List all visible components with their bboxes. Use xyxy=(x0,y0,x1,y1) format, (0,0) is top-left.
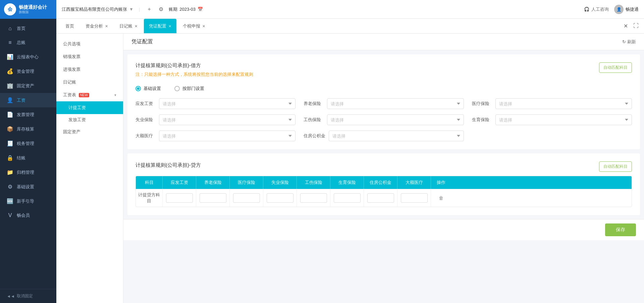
sidebar-item-ledger[interactable]: ≡ 总账 xyxy=(0,36,56,50)
sidebar-item-settings-label: 基础设置 xyxy=(17,184,34,190)
close-tab-icon[interactable]: ✕ xyxy=(622,21,629,31)
section2-title: 计提核算规则(公司承担)-贷方 xyxy=(136,162,201,168)
cell-injury xyxy=(297,189,330,207)
select-salary[interactable]: 请选择 xyxy=(159,98,296,109)
user-menu[interactable]: 👤 畅捷通 xyxy=(614,5,639,14)
tab-tax-close[interactable]: ✕ xyxy=(202,24,205,29)
left-menu-fixed-asset-label: 固定资产 xyxy=(63,129,80,135)
left-menu-salary-table-label: 工资表 NEW xyxy=(63,92,89,98)
sidebar-item-close[interactable]: 🔒 结账 xyxy=(0,151,56,165)
left-panel: 公共选项 销项发票 进项发票 日记账 工资表 NEW ▾ 计提工资 发放工资 xyxy=(56,34,123,303)
tab-journal[interactable]: 日记账 ✕ xyxy=(114,19,143,33)
select-maternity[interactable]: 请选择 xyxy=(495,114,632,125)
left-menu-fixed-asset[interactable]: 固定资产 xyxy=(56,125,123,138)
left-menu-accrual[interactable]: 计提工资 xyxy=(56,101,123,114)
input-credit-maternity[interactable] xyxy=(334,193,361,203)
left-menu-salary-table[interactable]: 工资表 NEW ▾ xyxy=(56,89,123,101)
select-housing[interactable]: 请选择 xyxy=(329,131,464,141)
period-value: 2023-03 xyxy=(179,7,196,12)
left-menu-journal-label: 日记账 xyxy=(63,79,76,85)
topbar-divider1: | xyxy=(139,7,140,12)
label-injury: 工伤保险 xyxy=(304,117,324,123)
cell-pension xyxy=(196,189,230,207)
input-credit-pension[interactable] xyxy=(200,193,226,203)
logo-icon: 会 xyxy=(4,3,16,15)
input-credit-injury[interactable] xyxy=(300,193,327,203)
sidebar-item-asset[interactable]: 🏢 固定资产 xyxy=(0,79,56,93)
auto-match-debit-button[interactable]: 自动匹配科目 xyxy=(599,62,632,73)
select-injury[interactable]: 请选择 xyxy=(327,114,464,125)
delete-row-button[interactable]: 🗑 xyxy=(439,195,443,201)
service-button[interactable]: 🎧 人工咨询 xyxy=(584,6,609,12)
cell-extra-medical xyxy=(397,189,431,207)
select-pension[interactable]: 请选择 xyxy=(327,98,464,109)
sidebar-item-tax[interactable]: 🧾 税务管理 xyxy=(0,136,56,151)
sidebar-item-fund[interactable]: 💰 资金管理 xyxy=(0,64,56,79)
input-credit-salary[interactable] xyxy=(166,193,193,203)
select-medical[interactable]: 请选择 xyxy=(495,98,632,109)
left-menu-journal[interactable]: 日记账 xyxy=(56,76,123,89)
tax-icon: 🧾 xyxy=(7,140,13,147)
radio-basic[interactable]: 基础设置 xyxy=(136,86,161,92)
sidebar-item-asset-label: 固定资产 xyxy=(17,83,34,89)
sidebar-item-vip[interactable]: V 畅会员 xyxy=(0,208,56,222)
sidebar-item-tax-label: 税务管理 xyxy=(17,141,34,147)
th-unemployment: 失业保险 xyxy=(263,176,297,189)
section1-note: 注：只能选择一种方式，系统将按照您当前的选择来配置规则 xyxy=(136,71,253,78)
tab-journal-close[interactable]: ✕ xyxy=(135,24,138,29)
refresh-button[interactable]: ↻ 刷新 xyxy=(622,39,636,45)
tab-fund-close[interactable]: ✕ xyxy=(105,24,108,29)
th-pension: 养老保险 xyxy=(196,176,230,189)
input-credit-medical[interactable] xyxy=(233,193,260,203)
label-housing: 住房公积金 xyxy=(304,133,325,139)
input-credit-housing[interactable] xyxy=(367,193,394,203)
tab-voucher[interactable]: 凭证配置 ✕ xyxy=(144,19,176,33)
left-menu-payment[interactable]: 发放工资 xyxy=(56,114,123,125)
right-content: 凭证配置 ↻ 刷新 计提核算规则(公司承担)-借方 注：只能选择一种方式，系统将… xyxy=(123,34,644,303)
tab-home[interactable]: 首页 xyxy=(60,19,79,33)
radio-group: 基础设置 按部门设置 xyxy=(136,86,632,92)
tab-voucher-close[interactable]: ✕ xyxy=(168,24,171,29)
left-menu-public-label: 公共选项 xyxy=(63,41,80,47)
invoice-icon: 📄 xyxy=(7,111,13,118)
left-menu-public[interactable]: 公共选项 xyxy=(56,38,123,50)
radio-department-label: 按部门设置 xyxy=(182,86,204,92)
expand-tab-icon[interactable]: ⛶ xyxy=(632,21,640,31)
inventory-icon: 📦 xyxy=(7,126,13,132)
company-selector[interactable]: 江西服宝精品有限责任公司内账张 ▼ xyxy=(62,6,133,12)
calendar-icon[interactable]: 📅 xyxy=(198,7,203,12)
add-tab-button[interactable]: ＋ xyxy=(145,4,153,14)
settings-icon: ⚙ xyxy=(7,184,13,190)
sidebar-item-archive[interactable]: 📁 归档管理 xyxy=(0,165,56,180)
section1-title: 计提核算规则(公司承担)-借方 xyxy=(136,62,253,69)
left-menu-purchase-invoice-label: 进项发票 xyxy=(63,66,80,72)
section-debit: 计提核算规则(公司承担)-借方 注：只能选择一种方式，系统将按照您当前的选择来配… xyxy=(127,54,640,149)
tab-fund[interactable]: 资金分析 ✕ xyxy=(80,19,113,33)
sidebar-item-archive-label: 归档管理 xyxy=(17,169,34,175)
sidebar-item-guide[interactable]: 🆕 新手引导 xyxy=(0,194,56,208)
select-unemployment[interactable]: 请选择 xyxy=(159,114,296,125)
sidebar-pin[interactable]: ◄◄ 取消固定 xyxy=(0,289,56,303)
page-header: 凭证配置 ↻ 刷新 xyxy=(123,34,644,50)
tabbar-actions: ✕ ⛶ xyxy=(622,21,640,31)
sidebar-item-inventory[interactable]: 📦 库存核算 xyxy=(0,122,56,136)
left-menu-purchase-invoice[interactable]: 进项发票 xyxy=(56,63,123,76)
tab-fund-label: 资金分析 xyxy=(86,23,103,29)
report-icon: 📊 xyxy=(7,54,13,60)
sidebar-item-report[interactable]: 📊 云报表中心 xyxy=(0,50,56,64)
sidebar-item-invoice[interactable]: 📄 发票管理 xyxy=(0,107,56,122)
left-menu-sales-invoice[interactable]: 销项发票 xyxy=(56,50,123,63)
radio-department[interactable]: 按部门设置 xyxy=(174,86,204,92)
select-extra-medical[interactable]: 请选择 xyxy=(159,131,296,141)
input-credit-extra-medical[interactable] xyxy=(401,193,428,203)
save-button[interactable]: 保存 xyxy=(605,223,636,236)
sidebar-item-home[interactable]: ⌂ 首页 xyxy=(0,21,56,36)
th-extra-medical: 大额医疗 xyxy=(397,176,431,189)
auto-match-credit-button[interactable]: 自动匹配科目 xyxy=(599,161,632,172)
tab-tax[interactable]: 个税申报 ✕ xyxy=(178,19,210,33)
sidebar-item-settings[interactable]: ⚙ 基础设置 xyxy=(0,180,56,194)
input-credit-unemployment[interactable] xyxy=(267,193,293,203)
settings-gear-icon[interactable]: ⚙ xyxy=(157,5,165,14)
sidebar-item-salary[interactable]: 👤 工资 xyxy=(0,93,56,107)
table-row: 计提贷方科目 xyxy=(136,189,632,207)
